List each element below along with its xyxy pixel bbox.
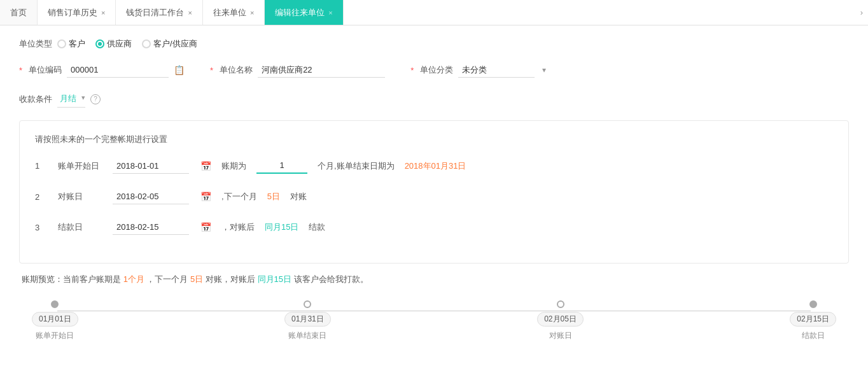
account-start-cal-icon[interactable]: 📅 <box>200 161 211 171</box>
timeline-point-3: 02月05日 对账日 <box>537 300 584 341</box>
period-row1-highlight: 2018年01月31日 <box>405 160 466 172</box>
main-content: 单位类型 客户 供应商 客户/供应商 * 单位编码 <box>0 25 868 387</box>
payment-date-input[interactable] <box>113 220 189 235</box>
reconcile-date-input[interactable] <box>113 189 189 204</box>
code-name-row: * 单位编码 📋 * 单位名称 * 单位分类 ▾ <box>19 62 849 78</box>
period-label-2: 对账日 <box>58 191 102 202</box>
period-num-1: 1 <box>35 161 48 171</box>
radio-customer[interactable]: 客户 <box>57 38 85 50</box>
unit-code-icon[interactable]: 📋 <box>174 65 185 75</box>
tab-cash-reconcile[interactable]: 钱货日清工作台 × <box>116 0 202 25</box>
period-row-3: 3 结款日 📅 ，对账后 同月15日 结款 <box>35 220 833 235</box>
payment-cal-icon[interactable]: 📅 <box>200 222 211 232</box>
close-tab-edit-partner[interactable]: × <box>328 9 332 17</box>
timeline-dot-3 <box>557 300 564 308</box>
close-tab-partner-units[interactable]: × <box>250 9 254 17</box>
timeline-point-4: 02月15日 结款日 <box>790 300 836 341</box>
preview-middle1: ，下一个月 <box>146 274 188 284</box>
account-start-date-input[interactable] <box>113 158 189 174</box>
radio-both[interactable]: 客户/供应商 <box>142 38 197 50</box>
tab-bar: 首页 销售订单历史 × 钱货日清工作台 × 往来单位 × 编辑往来单位 × › <box>0 0 868 25</box>
period-row3-highlight: 同月15日 <box>265 222 298 233</box>
timeline-badge-4: 02月15日 <box>790 312 836 327</box>
unit-code-label: 单位编码 <box>29 64 62 76</box>
unit-name-field: * 单位名称 <box>210 62 385 78</box>
unit-classify-required: * <box>410 66 414 75</box>
preview-highlight2: 5日 <box>190 274 203 284</box>
unit-classify-label: 单位分类 <box>420 64 453 76</box>
period-num-3: 3 <box>35 223 48 232</box>
reconcile-cal-icon[interactable]: 📅 <box>200 192 211 202</box>
timeline-dot-2 <box>304 300 311 308</box>
period-row-2: 2 对账日 📅 ,下一个月 5日 对账 <box>35 189 833 204</box>
radio-supplier-label: 供应商 <box>107 38 132 50</box>
help-icon[interactable]: ? <box>90 94 101 104</box>
tab-scroll-arrow[interactable]: › <box>855 0 868 25</box>
period-row2-desc2: 对账 <box>290 191 307 202</box>
period-months-input[interactable] <box>256 158 307 174</box>
timeline-label-3: 对账日 <box>549 330 572 341</box>
unit-classify-field: * 单位分类 ▾ <box>410 62 546 78</box>
close-tab-cash-reconcile[interactable]: × <box>188 9 192 17</box>
timeline-badge-1: 01月01日 <box>32 312 78 327</box>
tab-partner-units[interactable]: 往来单位 × <box>203 0 265 25</box>
period-row3-desc1: ，对账后 <box>221 222 255 233</box>
timeline-dot-4 <box>809 300 817 308</box>
timeline-badge-3: 02月05日 <box>537 312 584 327</box>
period-settings-box: 请按照未来的一个完整帐期进行设置 1 账单开始日 📅 账期为 个月,账单结束日期… <box>19 120 849 264</box>
timeline-dot-1 <box>51 300 59 308</box>
unit-name-input[interactable] <box>258 62 385 78</box>
preview-highlight3: 同月15日 <box>258 274 291 284</box>
period-row3-desc2: 结款 <box>309 222 325 233</box>
unit-classify-input[interactable] <box>458 62 535 78</box>
unit-classify-dropdown-icon[interactable]: ▾ <box>542 66 546 74</box>
period-label-3: 结款日 <box>58 222 102 233</box>
unit-type-field: 单位类型 客户 供应商 客户/供应商 <box>19 38 197 50</box>
timeline-section: 01月01日 账单开始日 01月31日 账单结束日 02月05日 对账日 02月… <box>19 300 849 341</box>
unit-name-required: * <box>210 66 213 75</box>
tab-sales-history[interactable]: 销售订单历史 × <box>38 0 116 25</box>
timeline-point-1: 01月01日 账单开始日 <box>32 300 78 341</box>
close-tab-sales-history[interactable]: × <box>101 9 105 17</box>
tab-home[interactable]: 首页 <box>0 0 38 25</box>
radio-both-label: 客户/供应商 <box>153 38 197 50</box>
unit-code-field: * 单位编码 📋 <box>19 62 185 78</box>
preview-prefix: 账期预览：当前客户账期是 <box>22 274 121 284</box>
period-row1-desc-prefix: 账期为 <box>221 160 246 172</box>
timeline-point-2: 01月31日 账单结束日 <box>284 300 331 341</box>
unit-type-row: 单位类型 客户 供应商 客户/供应商 <box>19 38 849 50</box>
payment-terms-arrow-icon[interactable]: ▾ <box>81 94 85 102</box>
timeline-label-4: 结款日 <box>802 330 825 341</box>
payment-terms-label: 收款条件 <box>19 94 52 105</box>
unit-type-radio-group: 客户 供应商 客户/供应商 <box>57 38 197 50</box>
period-num-2: 2 <box>35 192 48 202</box>
period-row2-highlight: 5日 <box>267 191 280 202</box>
radio-customer-circle <box>57 39 66 48</box>
payment-terms-value: 月结 <box>57 90 79 104</box>
unit-code-required: * <box>19 66 22 75</box>
unit-name-label: 单位名称 <box>220 64 253 76</box>
radio-supplier-circle <box>95 39 104 48</box>
preview-middle2: 对账，对账后 <box>206 274 255 284</box>
period-row-1: 1 账单开始日 📅 账期为 个月,账单结束日期为 2018年01月31日 <box>35 158 833 174</box>
timeline-label-2: 账单结束日 <box>288 330 326 341</box>
unit-type-label: 单位类型 <box>19 38 52 50</box>
preview-text: 账期预览：当前客户账期是 1个月 ，下一个月 5日 对账，对账后 同月15日 该… <box>19 274 849 285</box>
radio-supplier[interactable]: 供应商 <box>95 38 132 50</box>
period-label-1: 账单开始日 <box>58 160 102 172</box>
radio-customer-label: 客户 <box>69 38 85 50</box>
period-title: 请按照未来的一个完整帐期进行设置 <box>35 134 833 145</box>
payment-terms-row: 收款条件 月结 ▾ ? <box>19 90 849 108</box>
payment-terms-select[interactable]: 月结 ▾ <box>57 90 85 108</box>
payment-terms-field: 收款条件 月结 ▾ ? <box>19 90 101 108</box>
radio-both-circle <box>142 39 151 48</box>
period-row1-desc-suffix: 个月,账单结束日期为 <box>318 160 395 172</box>
timeline-badge-2: 01月31日 <box>284 312 331 327</box>
unit-code-input[interactable] <box>67 62 169 78</box>
tab-edit-partner[interactable]: 编辑往来单位 × <box>265 0 343 25</box>
timeline-label-1: 账单开始日 <box>36 330 74 341</box>
preview-suffix: 该客户会给我打款。 <box>294 274 368 284</box>
preview-highlight1: 1个月 <box>123 274 144 284</box>
timeline-points: 01月01日 账单开始日 01月31日 账单结束日 02月05日 对账日 02月… <box>32 300 836 341</box>
period-row2-desc1: ,下一个月 <box>221 191 257 202</box>
